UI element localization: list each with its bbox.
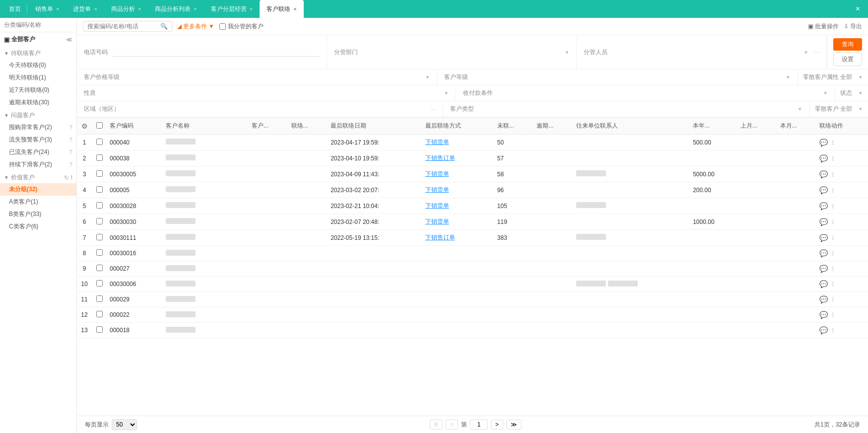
last-way-link[interactable]: 下销货单 <box>425 186 449 193</box>
more-icon[interactable]: ⁝ <box>832 234 834 242</box>
refresh-icon[interactable]: ↻ <box>64 174 69 181</box>
sidebar-item-7days[interactable]: 近7天待联络(0) <box>0 84 76 96</box>
row-checkbox[interactable] <box>96 170 103 177</box>
row-checkbox[interactable] <box>96 218 103 224</box>
nav-product-list[interactable]: 商品分析列表 × <box>148 0 203 18</box>
customer-tier-select[interactable]: ▼ <box>472 74 790 80</box>
payment-select[interactable]: ▼ <box>497 90 828 96</box>
phone-input[interactable] <box>112 48 320 57</box>
close-all-button[interactable]: × <box>852 4 864 13</box>
chat-icon[interactable]: 💬 <box>819 295 828 303</box>
row-checkbox[interactable] <box>96 202 103 209</box>
more-icon[interactable]: ⁝ <box>832 265 834 273</box>
customer-type-select[interactable]: ▼ <box>478 106 802 112</box>
last-way-link[interactable]: 下销货单 <box>425 139 449 145</box>
nav-customer-tier[interactable]: 客户分层经营 × <box>204 0 260 18</box>
sidebar-group-pending[interactable]: ▼ 待联络客户 <box>0 47 76 59</box>
batch-ops-button[interactable]: ▣ 批量操作 <box>808 22 839 31</box>
sidebar-item-class-c[interactable]: C类客户(6) <box>0 220 76 233</box>
column-settings-icon[interactable]: ⚙ <box>81 122 88 130</box>
row-checkbox[interactable] <box>96 265 103 271</box>
more-icon[interactable]: ⁝ <box>832 280 834 288</box>
sidebar-all-customers[interactable]: ▣ 全部客户 ≪ <box>0 32 76 47</box>
select-all-checkbox[interactable] <box>96 122 103 129</box>
row-checkbox[interactable] <box>96 234 103 240</box>
chat-icon[interactable]: 💬 <box>819 186 828 194</box>
more-icon[interactable]: ⁝ <box>832 326 834 334</box>
sidebar-item-abnormal[interactable]: 囤购异常客户(2) ? <box>0 121 76 134</box>
nav-home[interactable]: 首页 <box>4 0 26 18</box>
nav-customer-contact[interactable]: 客户联络 × <box>260 0 303 18</box>
chat-icon[interactable]: 💬 <box>819 265 828 273</box>
chat-icon[interactable]: 💬 <box>819 311 828 319</box>
retail-customer-select[interactable]: ▼ <box>856 106 863 112</box>
nav-customer-tier-close[interactable]: × <box>250 6 253 12</box>
more-icon[interactable]: ⁝ <box>832 218 834 226</box>
first-page-button[interactable]: K <box>430 420 443 430</box>
sidebar-item-class-b[interactable]: B类客户(33) <box>0 208 76 220</box>
sidebar-item-overdue[interactable]: 逾期未联络(30) <box>0 96 76 109</box>
retail-attr-select[interactable]: ▼ <box>856 74 863 80</box>
manager-dots[interactable]: ··· <box>814 49 819 56</box>
nav-product-list-close[interactable]: × <box>194 6 197 12</box>
sidebar-item-lost[interactable]: 已流失客户(24) ? <box>0 146 76 158</box>
price-tier-select[interactable]: ▼ <box>124 74 430 80</box>
row-checkbox[interactable] <box>96 249 103 256</box>
more-icon[interactable]: ⁝ <box>832 202 834 210</box>
row-checkbox[interactable] <box>96 326 103 333</box>
nav-product-analysis[interactable]: 商品分析 × <box>104 0 148 18</box>
chat-icon[interactable]: 💬 <box>819 154 828 162</box>
row-checkbox[interactable] <box>96 280 103 287</box>
next-page-button[interactable]: > <box>491 420 503 430</box>
last-way-link[interactable]: 下销货单 <box>425 202 449 209</box>
search-icon[interactable]: 🔍 <box>160 23 168 30</box>
sidebar-item-ungrouped[interactable]: 未分组(32) <box>0 183 76 196</box>
my-customers-checkbox-label[interactable]: 我分管的客户 <box>219 22 264 31</box>
more-icon[interactable]: ⁝ <box>832 311 834 319</box>
chat-icon[interactable]: 💬 <box>819 280 828 288</box>
sidebar-group-value[interactable]: ▼ 价值客户 ↻ ! <box>0 171 76 183</box>
status-select[interactable]: ▼ <box>856 90 863 96</box>
last-way-link[interactable]: 下销售订单 <box>425 234 455 241</box>
sidebar-search-box[interactable]: 🔍 <box>0 18 76 32</box>
row-checkbox[interactable] <box>96 295 103 302</box>
page-size-select[interactable]: 50 100 200 <box>112 419 137 430</box>
export-button[interactable]: ⇩ 导出 <box>844 22 862 31</box>
my-customers-checkbox[interactable] <box>219 23 226 30</box>
last-way-link[interactable]: 下销货单 <box>425 218 449 225</box>
sidebar-item-churn-warning[interactable]: 流失预警客户(3) ? <box>0 134 76 146</box>
chat-icon[interactable]: 💬 <box>819 326 828 334</box>
more-icon[interactable]: ⁝ <box>832 186 834 194</box>
sidebar-collapse-icon[interactable]: ≪ <box>66 36 72 43</box>
more-conditions-button[interactable]: ◢ 更多条件 ▼ <box>177 22 214 31</box>
main-search-input[interactable] <box>87 23 158 30</box>
chat-icon[interactable]: 💬 <box>819 139 828 146</box>
nav-customer-contact-close[interactable]: × <box>293 6 296 12</box>
chat-icon[interactable]: 💬 <box>819 170 828 178</box>
last-way-link[interactable]: 下销货单 <box>425 170 449 177</box>
row-checkbox[interactable] <box>96 311 103 317</box>
sidebar-group-problem[interactable]: ▼ 问题客户 <box>0 109 76 121</box>
search-box[interactable]: 🔍 <box>83 21 172 32</box>
sidebar-search-input[interactable] <box>4 21 77 28</box>
row-checkbox[interactable] <box>96 186 103 193</box>
sidebar-item-class-a[interactable]: A类客户(1) <box>0 196 76 208</box>
chat-icon[interactable]: 💬 <box>819 202 828 210</box>
row-checkbox[interactable] <box>96 139 103 145</box>
nav-purchase-close[interactable]: × <box>94 6 97 12</box>
prev-page-button[interactable]: < <box>446 420 458 430</box>
more-icon[interactable]: ⁝ <box>832 154 834 162</box>
reset-button[interactable]: 设置 <box>833 53 862 66</box>
chat-icon[interactable]: 💬 <box>819 218 828 226</box>
dept-select[interactable]: ▼ <box>362 50 570 55</box>
more-icon[interactable]: ⁝ <box>832 170 834 178</box>
sidebar-item-declining[interactable]: 持续下滑客户(2) ? <box>0 158 76 171</box>
last-page-button[interactable]: ≫ <box>506 420 522 430</box>
more-icon[interactable]: ⁝ <box>832 139 834 146</box>
nav-sales-close[interactable]: × <box>56 6 59 12</box>
region-dots[interactable]: ··· <box>431 106 436 113</box>
chat-icon[interactable]: 💬 <box>819 249 828 257</box>
more-icon[interactable]: ⁝ <box>832 295 834 303</box>
query-button[interactable]: 查询 <box>833 38 862 51</box>
nav-purchase[interactable]: 进货单 × <box>66 0 104 18</box>
